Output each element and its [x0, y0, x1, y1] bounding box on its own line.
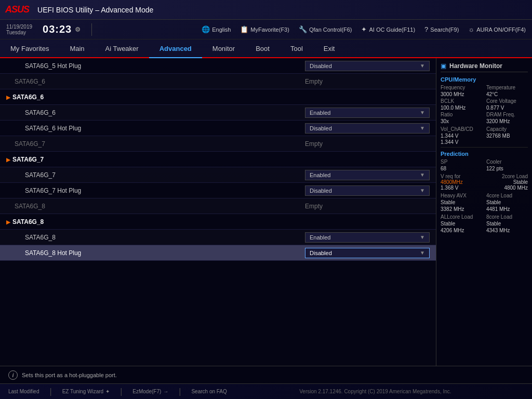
heavy-avx-value: Stable	[441, 200, 482, 205]
search-faq-button[interactable]: Search on FAQ	[191, 389, 227, 394]
dropdown-sata8[interactable]: Enabled▼	[305, 232, 430, 243]
chevron-down-icon: ▼	[420, 110, 425, 115]
table-row: SATA6G_6 Empty	[0, 74, 436, 89]
core-voltage-label: Core Voltage	[486, 98, 528, 104]
nav-my-favorites[interactable]: My Favorites	[0, 39, 59, 58]
prediction-section-title: Prediction	[441, 151, 528, 157]
nav-ai-tweaker[interactable]: Ai Tweaker	[95, 39, 149, 58]
toolbar-items: 🌐 English 📋 MyFavorite(F3) 🔧 Qfan Contro…	[102, 25, 526, 33]
nav-boot[interactable]: Boot	[245, 39, 280, 58]
setting-value[interactable]: Disabled▼	[301, 122, 436, 135]
vol-value1: 1.344 V	[441, 133, 482, 139]
cpu-memory-section-title: CPU/Memory	[441, 76, 528, 83]
fan-icon: 🔧	[299, 25, 307, 33]
heavy-freq: 3382 MHz	[441, 206, 482, 212]
bios-title: UEFI BIOS Utility – Advanced Mode	[37, 6, 527, 14]
footer-separator2: |	[120, 387, 122, 396]
dropdown-sata5-hotplug[interactable]: Disabled▼	[305, 61, 430, 71]
empty-indicator: Empty	[301, 76, 436, 87]
ratio-label: Ratio	[441, 112, 482, 117]
dropdown-sata7[interactable]: Enabled▼	[305, 170, 430, 180]
table-row[interactable]: ▶SATA6G_7	[0, 152, 436, 167]
language-selector[interactable]: 🌐 English	[202, 25, 231, 33]
monitor-icon: ▣	[441, 62, 446, 70]
capacity-label: Capacity	[486, 126, 528, 132]
search-button[interactable]: ? Search(F9)	[424, 25, 459, 33]
ai-icon: ✦	[361, 25, 367, 33]
table-row: SATA6G_6 Enabled▼	[0, 105, 436, 121]
qfan-button[interactable]: 🔧 Qfan Control(F6)	[299, 25, 352, 33]
setting-value[interactable]: Disabled▼	[301, 59, 436, 73]
vreq-value: 1.368 V	[441, 185, 458, 191]
core-voltage-value: 0.877 V	[486, 105, 528, 111]
heavy-avx-label: Heavy AVX	[441, 193, 482, 198]
nav-advanced[interactable]: Advanced	[149, 39, 202, 58]
setting-value[interactable]: Disabled▼	[301, 184, 436, 197]
chevron-down-icon: ▼	[420, 234, 425, 240]
vol-label: Vol_ChAB/CD	[441, 126, 482, 132]
temperature-label: Temperature	[486, 85, 528, 90]
setting-value[interactable]: Enabled▼	[301, 106, 436, 119]
chevron-down-icon: ▼	[420, 125, 425, 131]
section-header: ▶SATA6G_6	[0, 91, 436, 103]
setting-label: SATA6G_6 Hot Plug	[0, 122, 301, 135]
ez-tuning-button[interactable]: EZ Tuning Wizard ✦	[62, 389, 110, 394]
aura-button[interactable]: ☼ AURA ON/OFF(F4)	[468, 25, 526, 33]
bclk-value: 100.0 MHz	[441, 105, 482, 111]
dropdown-sata6[interactable]: Enabled▼	[305, 108, 430, 118]
prediction-metrics-grid: SP Cooler 68 122 pts	[441, 159, 528, 171]
asus-logo: ASUS	[5, 4, 29, 15]
last-modified-button[interactable]: Last Modified	[8, 389, 39, 394]
capacity-value: 32768 MB	[486, 133, 528, 145]
setting-value[interactable]: Disabled▼	[301, 246, 436, 260]
table-row: SATA6G_7 Enabled▼	[0, 167, 436, 183]
nav-monitor[interactable]: Monitor	[202, 39, 245, 58]
favorite-icon: 📋	[240, 25, 248, 33]
section-label: SATA6G_6	[0, 75, 301, 88]
setting-label: SATA6G_5 Hot Plug	[0, 60, 301, 72]
footer: Last Modified | EZ Tuning Wizard ✦ | EzM…	[0, 383, 532, 399]
clock-bar: 11/19/2019 Tuesday 03:23 ⚙ 🌐 English 📋 M…	[0, 20, 532, 39]
dropdown-sata7-hotplug[interactable]: Disabled▼	[305, 185, 430, 196]
table-row[interactable]: ▶SATA6G_6	[0, 89, 436, 105]
dropdown-sata6-hotplug[interactable]: Disabled▼	[305, 123, 430, 134]
table-row[interactable]: ▶SATA6G_8	[0, 214, 436, 230]
footer-separator3: |	[179, 387, 181, 396]
myfavorite-button[interactable]: 📋 MyFavorite(F3)	[240, 25, 289, 33]
table-row: SATA6G_8 Hot Plug Disabled▼	[0, 245, 436, 261]
eightcore-freq: 4343 MHz	[486, 228, 528, 233]
cooler-label: Cooler	[486, 159, 528, 165]
setting-label: SATA6G_8	[0, 231, 301, 244]
vol-value2: 1.344 V	[441, 139, 482, 145]
arrow-icon: →	[163, 389, 168, 394]
settings-panel: SATA6G_5 Hot Plug Disabled▼ SATA6G_6 Emp…	[0, 58, 436, 366]
dropdown-sata8-hotplug[interactable]: Disabled▼	[305, 248, 430, 258]
sp-value: 68	[441, 166, 482, 171]
main-content: SATA6G_5 Hot Plug Disabled▼ SATA6G_6 Emp…	[0, 58, 532, 366]
gear-icon[interactable]: ⚙	[75, 26, 81, 33]
aioc-button[interactable]: ✦ AI OC Guide(F11)	[361, 25, 415, 33]
setting-label: SATA6G_7	[0, 169, 301, 181]
fourcore-label: 4core Load	[486, 193, 528, 198]
cooler-value: 122 pts	[486, 166, 528, 171]
nav-bar: My Favorites Main Ai Tweaker Advanced Mo…	[0, 39, 532, 58]
setting-value[interactable]: Enabled▼	[301, 168, 436, 182]
fourcore-freq: 4481 MHz	[486, 206, 528, 212]
nav-tool[interactable]: Tool	[280, 39, 313, 58]
dram-freq-value: 3200 MHz	[486, 118, 528, 124]
nav-exit[interactable]: Exit	[313, 39, 345, 58]
expand-icon: ▶	[6, 219, 10, 225]
globe-icon: 🌐	[202, 25, 210, 33]
setting-value[interactable]: Enabled▼	[301, 231, 436, 244]
expand-icon: ▶	[6, 95, 10, 100]
weekday-text: Tuesday	[6, 30, 32, 35]
ez-mode-button[interactable]: EzMode(F7) →	[132, 389, 168, 394]
bclk-label: BCLK	[441, 98, 482, 104]
footer-separator1: |	[49, 387, 51, 396]
sp-label: SP	[441, 159, 482, 165]
header-bar: ASUS UEFI BIOS Utility – Advanced Mode	[0, 0, 532, 20]
hw-monitor-title: Hardware Monitor	[449, 62, 502, 70]
nav-main[interactable]: Main	[59, 39, 95, 58]
temperature-value: 42°C	[486, 91, 528, 97]
time-display: 03:23 ⚙	[43, 23, 81, 35]
